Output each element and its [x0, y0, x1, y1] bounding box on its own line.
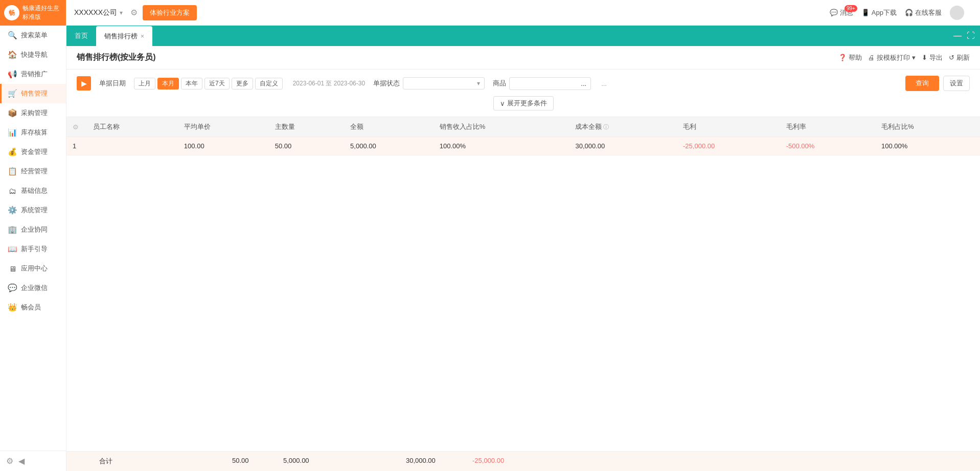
cell-gross-pct: 100.00%	[875, 137, 980, 155]
purchase-icon: 📦	[8, 108, 17, 118]
user-avatar[interactable]	[950, 6, 964, 20]
sidebar-item-sales[interactable]: 🛒 销售管理	[0, 84, 66, 103]
status-select[interactable]: ▾	[403, 77, 485, 89]
sidebar-item-search[interactable]: 🔍 搜索菜单	[0, 26, 66, 45]
cost-info-icon[interactable]: ⓘ	[603, 123, 609, 131]
sidebar-item-label: 销售管理	[21, 89, 48, 98]
th-sales-pct: 销售收入占比%	[434, 117, 569, 137]
sidebar-item-purchase[interactable]: 📦 采购管理	[0, 103, 66, 123]
export-icon: ⬇	[922, 54, 927, 61]
print-button[interactable]: 🖨 按模板打印 ▾	[868, 53, 916, 62]
member-icon: 👑	[8, 303, 17, 312]
filter-expand-arrow[interactable]: ▶	[77, 76, 91, 91]
th-cost: 成本全额 ⓘ	[569, 117, 677, 137]
sidebar-item-base-info[interactable]: 🗂 基础信息	[0, 181, 66, 200]
tab-sales-ranking[interactable]: 销售排行榜 ×	[96, 26, 152, 47]
date-buttons: 上月 本月 本年 近7天 更多 自定义	[134, 78, 283, 89]
company-selector[interactable]: XXXXXX公司 ▾	[74, 8, 123, 17]
query-button[interactable]: 查询	[905, 76, 939, 91]
cell-avg-price: 100.00	[178, 137, 269, 155]
search-icon: 🔍	[8, 31, 17, 40]
more-filters-dots[interactable]: ...	[601, 80, 607, 87]
date-btn-this-month[interactable]: 本月	[157, 78, 179, 89]
home-tab-label: 首页	[75, 31, 88, 40]
sidebar-item-finance[interactable]: 💰 资金管理	[0, 142, 66, 162]
footer-avg-price	[175, 457, 226, 466]
enterprise-icon: 🏢	[8, 225, 17, 234]
settings-button[interactable]: 设置	[943, 76, 970, 91]
sidebar-item-apps[interactable]: 🖥 应用中心	[0, 259, 66, 278]
filter-area: ▶ 单据日期 上月 本月 本年 近7天 更多 自定义 2023-06-01 至 …	[66, 70, 980, 117]
footer-cells: 合计 50.00 5,000.00 30,000.00 -25,000.00	[73, 457, 974, 466]
export-button[interactable]: ⬇ 导出	[922, 53, 943, 62]
sidebar-item-label: 资金管理	[21, 147, 48, 156]
topbar-gear-icon[interactable]: ⚙	[130, 8, 138, 17]
sidebar: 畅 畅康通好生意 标准版 🔍 搜索菜单 🏠 快捷导航 📢 营销推广 🛒 销售管理…	[0, 0, 66, 471]
th-main-qty: 主数量	[269, 117, 344, 137]
message-button[interactable]: 💬 消息 99+	[830, 8, 853, 17]
th-gross-rate: 毛利率	[780, 117, 875, 137]
sidebar-item-system[interactable]: ⚙️ 系统管理	[0, 200, 66, 220]
guide-icon: 📖	[8, 244, 17, 254]
tab-maximize-icon[interactable]: ⛶	[967, 31, 975, 40]
page-header: 销售排行榜(按业务员) ❓ 帮助 🖨 按模板打印 ▾ ⬇ 导出 ↺ 刷新	[66, 46, 980, 70]
tab-minimize-icon[interactable]: —	[953, 31, 962, 40]
tab-close-icon[interactable]: ×	[141, 33, 144, 40]
footer-gross: -25,000.00	[466, 457, 533, 466]
refresh-button[interactable]: ↺ 刷新	[949, 53, 970, 62]
online-service-button[interactable]: 🎧 在线客服	[905, 8, 942, 17]
company-name: XXXXXX公司	[74, 8, 117, 17]
nav-tabs: 首页 销售排行榜 × — ⛶	[66, 26, 980, 46]
date-btn-this-year[interactable]: 本年	[181, 78, 202, 89]
filter-expand-row: ∨ 展开更多条件	[77, 96, 970, 110]
product-filter: 商品 ...	[493, 77, 591, 90]
sidebar-item-inventory[interactable]: 📊 库存核算	[0, 123, 66, 142]
sidebar-item-label: 快捷导航	[21, 50, 48, 59]
content-area: 销售排行榜(按业务员) ❓ 帮助 🖨 按模板打印 ▾ ⬇ 导出 ↺ 刷新	[66, 46, 980, 471]
product-input[interactable]: ...	[509, 77, 591, 90]
date-btn-7days[interactable]: 近7天	[204, 78, 230, 89]
tab-home[interactable]: 首页	[66, 26, 96, 46]
table-row: 1 100.00 50.00 5,000.00 100.00% 30,000.0…	[66, 137, 980, 155]
th-gross: 毛利	[677, 117, 780, 137]
data-table: ⚙ 员工名称 平均单价 主数量 全额	[66, 117, 980, 155]
page-title: 销售排行榜(按业务员)	[77, 52, 156, 63]
date-btn-custom[interactable]: 自定义	[255, 78, 283, 89]
base-info-icon: 🗂	[8, 187, 17, 195]
marketing-icon: 📢	[8, 70, 17, 79]
date-btn-prev-month[interactable]: 上月	[134, 78, 155, 89]
sidebar-item-label: 搜索菜单	[21, 31, 48, 40]
sidebar-item-member[interactable]: 👑 畅会员	[0, 298, 66, 317]
operations-icon: 📋	[8, 167, 17, 176]
footer-cost: 30,000.00	[400, 457, 466, 466]
topbar: XXXXXX公司 ▾ ⚙ 体验行业方案 💬 消息 99+ 📱 App下载 🎧 在…	[66, 0, 980, 26]
sidebar-collapse-icon[interactable]: ◀	[18, 456, 25, 466]
sidebar-item-wechat[interactable]: 💬 企业微信	[0, 278, 66, 298]
main-area: XXXXXX公司 ▾ ⚙ 体验行业方案 💬 消息 99+ 📱 App下载 🎧 在…	[66, 0, 980, 471]
help-button[interactable]: ❓ 帮助	[838, 53, 862, 62]
sidebar-item-label: 经营管理	[21, 167, 48, 176]
wechat-icon: 💬	[8, 283, 17, 293]
data-table-wrap: ⚙ 员工名称 平均单价 主数量 全额	[66, 117, 980, 451]
date-btn-more[interactable]: 更多	[232, 78, 253, 89]
footer-label: 合计	[93, 457, 175, 466]
cell-gross: -25,000.00	[677, 137, 780, 155]
sidebar-item-guide[interactable]: 📖 新手引导	[0, 239, 66, 259]
sales-icon: 🛒	[8, 89, 17, 98]
try-industry-button[interactable]: 体验行业方案	[143, 5, 197, 20]
app-download-button[interactable]: 📱 App下载	[861, 8, 897, 17]
print-icon: 🖨	[868, 54, 875, 61]
sidebar-item-quick-nav[interactable]: 🏠 快捷导航	[0, 45, 66, 64]
expand-more-button[interactable]: ∨ 展开更多条件	[493, 96, 554, 110]
sidebar-item-marketing[interactable]: 📢 营销推广	[0, 64, 66, 84]
cell-employee-name	[87, 137, 178, 155]
column-settings-icon[interactable]: ⚙	[73, 123, 79, 131]
sidebar-item-enterprise[interactable]: 🏢 企业协同	[0, 220, 66, 239]
logo-icon: 畅	[4, 5, 19, 20]
cell-cost: 30,000.00	[569, 137, 677, 155]
sidebar-settings-icon[interactable]: ⚙	[6, 456, 13, 466]
sidebar-item-label: 应用中心	[21, 264, 48, 273]
headset-icon: 🎧	[905, 9, 913, 16]
th-settings[interactable]: ⚙	[66, 117, 87, 137]
sidebar-item-operations[interactable]: 📋 经营管理	[0, 162, 66, 181]
